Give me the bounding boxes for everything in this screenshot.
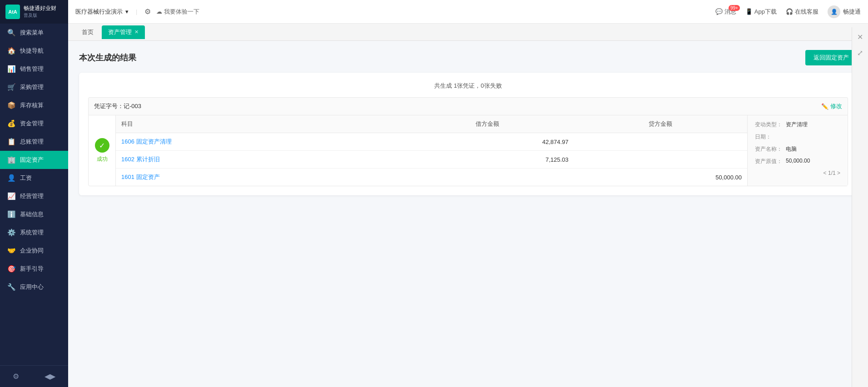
page-info: 1/1 [828, 170, 837, 176]
edit-icon: ✏️ [821, 103, 828, 110]
sidebar-item-quick-nav[interactable]: 🏠 快捷导航 [0, 42, 68, 60]
asset-name-value: 电脑 [786, 145, 797, 153]
sidebar-logo: AtA 畅捷通好业财 普及版 [0, 0, 68, 24]
sidebar-item-guide[interactable]: 🎯 新手引导 [0, 260, 68, 278]
page-content: 本次生成的结果 返回固定资产 共生成 1张凭证，0张失败 凭证字号：记-003 … [68, 41, 868, 387]
sidebar-item-enterprise[interactable]: 🤝 企业协同 [0, 242, 68, 260]
result-card: 共生成 1张凭证，0张失败 凭证字号：记-003 ✏️ 修改 ✓ 成功 [79, 73, 857, 195]
voucher-side-panel: 变动类型： 资产清理 日期： 资产名称： 电脑 资产原值： [748, 115, 848, 186]
inventory-icon: 📦 [7, 101, 15, 109]
sales-icon: 📊 [7, 65, 15, 73]
voucher-header: 凭证字号：记-003 ✏️ 修改 [88, 97, 848, 115]
logo-text: 畅捷通好业财 [24, 5, 56, 12]
success-text: 成功 [97, 155, 108, 163]
sidebar-item-app-center[interactable]: 🔧 应用中心 [0, 278, 68, 296]
sidebar-footer: ⚙ ◀▶ [0, 365, 68, 387]
success-circle-icon: ✓ [95, 138, 109, 153]
voucher-body: ✓ 成功 科目 借方金额 贷方金额 [88, 115, 848, 186]
sidebar-item-inventory[interactable]: 📦 库存核算 [0, 96, 68, 114]
sidebar-item-operations[interactable]: 📈 经营管理 [0, 187, 68, 205]
operations-icon: 📈 [7, 192, 15, 200]
online-service-button[interactable]: 🎧 在线客服 [786, 8, 818, 16]
credit-cell-2 [574, 151, 747, 169]
company-name: 医疗器械行业演示 [75, 8, 123, 16]
sidebar-item-ledger[interactable]: 📋 总账管理 [0, 133, 68, 151]
table-row: 1602 累计折旧 7,125.03 [116, 151, 747, 169]
ledger-icon: 📋 [7, 138, 15, 146]
change-type-value: 资产清理 [786, 121, 808, 129]
expand-panel-button[interactable]: ⤢ [855, 47, 865, 59]
debit-cell-3 [401, 169, 574, 186]
topbar-right: 💬 消息 99+ 📱 App下载 🎧 在线客服 👤 畅捷通 [715, 5, 861, 18]
table-row: 1601 固定资产 50,000.00 [116, 169, 747, 186]
sidebar-item-search[interactable]: 🔍 搜索菜单 [0, 24, 68, 42]
settings-footer-button[interactable]: ⚙ [9, 370, 23, 382]
subject-cell-2[interactable]: 1602 累计折旧 [116, 151, 401, 169]
subject-cell-3[interactable]: 1601 固定资产 [116, 169, 401, 186]
user-menu[interactable]: 👤 畅捷通 [828, 5, 861, 18]
asset-value-label: 资产原值： [755, 158, 782, 165]
enterprise-icon: 🤝 [7, 247, 15, 255]
payroll-icon: 👤 [7, 174, 15, 182]
phone-icon: 📱 [745, 8, 753, 15]
date-label: 日期： [755, 133, 771, 141]
cloud-icon: ☁ [156, 8, 162, 15]
message-icon: 💬 [715, 8, 723, 15]
tab-close-icon[interactable]: ✕ [134, 29, 139, 35]
tab-bar: 首页 资产管理 ✕ [68, 24, 868, 41]
content-area: 首页 资产管理 ✕ 本次生成的结果 返回固定资产 共生成 1张凭证，0张失败 凭… [68, 24, 868, 387]
credit-cell-3: 50,000.00 [574, 169, 747, 186]
experience-button[interactable]: ☁ 我要体验一下 [156, 8, 199, 16]
asset-name-row: 资产名称： 电脑 [755, 145, 840, 153]
sidebar-item-capital[interactable]: 💰 资金管理 [0, 114, 68, 133]
close-panel-button[interactable]: ✕ [855, 31, 865, 43]
logo-sub: 普及版 [24, 12, 56, 19]
guide-icon: 🎯 [7, 265, 15, 273]
prev-page-button[interactable]: < [823, 170, 827, 176]
system-icon: ⚙️ [7, 228, 15, 237]
main-area: 医疗器械行业演示 ▾ | ⚙ ☁ 我要体验一下 💬 消息 99+ 📱 App下载… [68, 0, 868, 387]
company-selector[interactable]: 医疗器械行业演示 ▾ [75, 8, 129, 16]
topbar-divider: | [136, 8, 137, 15]
sidebar-nav: 🔍 搜索菜单 🏠 快捷导航 📊 销售管理 🛒 采购管理 📦 库存核算 💰 资金管… [0, 24, 68, 365]
sidebar-item-payroll[interactable]: 👤 工资 [0, 169, 68, 187]
voucher-number: 凭证字号：记-003 [94, 102, 141, 110]
dropdown-icon: ▾ [125, 8, 129, 15]
sidebar-item-basic-info[interactable]: ℹ️ 基础信息 [0, 205, 68, 223]
debit-cell-1: 42,874.97 [401, 133, 574, 151]
topbar: 医疗器械行业演示 ▾ | ⚙ ☁ 我要体验一下 💬 消息 99+ 📱 App下载… [68, 0, 868, 24]
messages-badge: 99+ [729, 5, 740, 11]
settings-icon[interactable]: ⚙ [144, 7, 151, 16]
tab-asset-mgmt[interactable]: 资产管理 ✕ [102, 25, 145, 39]
sidebar: AtA 畅捷通好业财 普及版 🔍 搜索菜单 🏠 快捷导航 📊 销售管理 🛒 采购… [0, 0, 68, 387]
debit-cell-2: 7,125.03 [401, 151, 574, 169]
result-summary: 共生成 1张凭证，0张失败 [88, 82, 848, 90]
col-credit: 贷方金额 [574, 115, 747, 133]
basic-info-icon: ℹ️ [7, 210, 15, 218]
headset-icon: 🎧 [786, 8, 793, 15]
sidebar-item-sales[interactable]: 📊 销售管理 [0, 60, 68, 78]
avatar: 👤 [828, 5, 840, 18]
collapse-button[interactable]: ◀▶ [41, 370, 59, 382]
edit-button[interactable]: ✏️ 修改 [821, 102, 842, 110]
home-icon: 🏠 [7, 47, 15, 55]
purchase-icon: 🛒 [7, 83, 15, 91]
page-header: 本次生成的结果 返回固定资产 [79, 50, 857, 65]
next-page-button[interactable]: > [837, 170, 840, 176]
search-icon: 🔍 [7, 29, 15, 37]
change-type-label: 变动类型： [755, 121, 782, 129]
voucher-table: 科目 借方金额 贷方金额 1606 固定资产清理 42,874.97 [116, 115, 748, 186]
app-download-button[interactable]: 📱 App下载 [745, 8, 777, 16]
return-button[interactable]: 返回固定资产 [805, 50, 857, 65]
asset-name-label: 资产名称： [755, 145, 782, 153]
success-status: ✓ 成功 [89, 115, 116, 186]
sidebar-item-purchase[interactable]: 🛒 采购管理 [0, 78, 68, 96]
col-subject: 科目 [116, 115, 401, 133]
subject-cell-1[interactable]: 1606 固定资产清理 [116, 133, 401, 151]
messages-button[interactable]: 💬 消息 99+ [715, 8, 736, 16]
tab-home[interactable]: 首页 [75, 25, 100, 39]
sidebar-item-fixed-assets[interactable]: 🏢 固定资产 [0, 151, 68, 169]
right-panel: ✕ ⤢ [852, 27, 868, 387]
asset-value-value: 50,000.00 [786, 158, 810, 165]
sidebar-item-system[interactable]: ⚙️ 系统管理 [0, 223, 68, 242]
